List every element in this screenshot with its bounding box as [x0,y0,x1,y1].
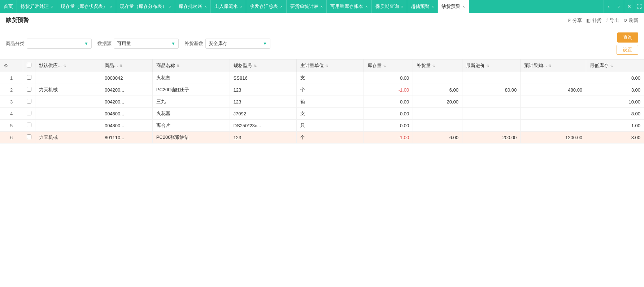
close-icon[interactable]: × [169,4,171,9]
share-icon: ⎘ [568,18,571,23]
nav-tab-available[interactable]: 可用量库存账本 × [327,0,371,13]
row-checkbox[interactable] [27,99,31,103]
share-button[interactable]: ⎘ 分享 [568,17,582,24]
cell-spec: DS250*23c... [230,120,296,132]
nav-tab-stock-dist[interactable]: 现存量（库存分布表） × [116,0,175,13]
query-button[interactable]: 查询 [617,32,638,43]
sort-icon[interactable]: ⇅ [254,64,257,68]
close-icon[interactable]: × [240,4,242,9]
nav-tab-inout[interactable]: 出入库流水 × [211,0,246,13]
nav-fullscreen-button[interactable]: ⛶ [634,0,644,13]
data-table: ⚙ 默认供应... ⇅ 商品... ⇅ [0,59,644,144]
nav-next-button[interactable]: › [614,0,624,13]
datasource-select-value: 可用量 [117,40,170,47]
row-checkbox[interactable] [27,111,31,115]
cell-code: 004200... [101,96,152,108]
cell-supplier [35,72,101,84]
export-button[interactable]: ⤴ 导出 [606,17,619,24]
nav-tab-order-stat[interactable]: 要货单统计表 × [287,0,327,13]
col-checkbox[interactable] [23,59,35,72]
cell-est-purchase [521,72,586,84]
close-icon[interactable]: × [432,4,434,9]
chevron-down-icon: ▼ [84,41,88,46]
table-header-row: ⚙ 默认供应... ⇅ 商品... ⇅ [0,59,644,72]
nav-close-button[interactable]: ✕ [624,0,634,13]
close-icon[interactable]: × [462,4,465,9]
settings-button[interactable]: 设置 [617,45,638,55]
page-title: 缺货预警 [6,17,568,24]
sort-icon[interactable]: ⇅ [383,64,386,68]
row-checkbox-cell[interactable] [23,132,35,144]
close-icon[interactable]: × [280,4,282,9]
export-icon: ⤴ [606,18,608,23]
row-checkbox-cell[interactable] [23,72,35,84]
sort-icon[interactable]: ⇅ [486,64,489,68]
nav-tab-shortage[interactable]: 缺货预警 × [438,0,469,13]
col-replenish: 补货量 ⇅ [413,59,462,72]
col-supplier: 默认供应... ⇅ [35,59,101,72]
replenish-base-select[interactable]: 安全库存 ▼ [205,39,270,49]
nav-tab-expiry[interactable]: 保质期查询 × [372,0,407,13]
cell-name: 火花塞 [152,72,230,84]
col-stock: 库存量 ⇅ [364,59,413,72]
cell-replenish: 20.00 [413,96,462,108]
close-icon[interactable]: × [204,4,206,9]
close-icon[interactable]: × [401,4,403,9]
gear-icon[interactable]: ⚙ [4,63,8,69]
row-checkbox[interactable] [27,75,31,80]
category-select[interactable]: ▼ [27,39,92,49]
cell-stock: 0.00 [364,120,413,132]
sort-icon[interactable]: ⇅ [119,64,122,68]
cell-latest-price: 200.00 [462,132,520,144]
sort-icon[interactable]: ⇅ [177,64,179,68]
row-checkbox[interactable] [27,123,31,127]
row-checkbox-cell[interactable] [23,120,35,132]
nav-tab-batch[interactable]: 库存批次账 × [175,0,210,13]
chevron-down-icon: ▼ [171,41,175,46]
sort-icon[interactable]: ⇅ [548,64,551,68]
table-row: 1 0000042 火花塞 SS816 支 0.00 8.00 [0,72,644,84]
cell-unit: 只 [296,120,364,132]
sort-icon[interactable]: ⇅ [63,64,66,68]
cell-latest-price [462,72,520,84]
row-checkbox-cell[interactable] [23,108,35,120]
row-checkbox-cell[interactable] [23,84,35,96]
cell-unit: 个 [296,84,364,96]
table-body: 1 0000042 火花塞 SS816 支 0.00 8.00 2 力天机械 0… [0,72,644,144]
cell-min-stock: 10.00 [586,96,644,108]
cell-stock: -1.00 [364,84,413,96]
nav-tab-picking[interactable]: 拣货异常处理 × [17,0,57,13]
col-spec: 规格型号 ⇅ [230,59,296,72]
nav-tab-home[interactable]: 首页 [0,0,17,13]
cell-stock: 0.00 [364,108,413,120]
replenish-icon: ◧ [586,18,591,23]
close-icon[interactable]: × [321,4,323,9]
col-gear[interactable]: ⚙ [0,59,23,72]
row-checkbox[interactable] [27,134,31,139]
sort-icon[interactable]: ⇅ [432,64,435,68]
close-icon[interactable]: × [110,4,112,9]
row-checkbox-cell[interactable] [23,96,35,108]
cell-name: PC200张紧油缸 [152,132,230,144]
cell-min-stock: 3.00 [586,132,644,144]
nav-tab-overstock[interactable]: 超储预警 × [407,0,438,13]
datasource-select[interactable]: 可用量 ▼ [114,39,179,49]
close-icon[interactable]: × [51,4,53,9]
cell-code: 801110... [101,132,152,144]
cell-min-stock: 8.00 [586,108,644,120]
cell-name: 火花塞 [152,108,230,120]
cell-latest-price [462,108,520,120]
select-all-checkbox[interactable] [27,63,31,67]
sort-icon[interactable]: ⇅ [610,64,613,68]
nav-tab-summary[interactable]: 收发存汇总表 × [246,0,286,13]
nav-tab-stock-status[interactable]: 现存量（库存状况表） × [57,0,116,13]
cell-spec: 123 [230,96,296,108]
nav-prev-button[interactable]: ‹ [604,0,614,13]
close-icon[interactable]: × [365,4,367,9]
sort-icon[interactable]: ⇅ [325,64,328,68]
replenish-button[interactable]: ◧ 补货 [586,17,601,24]
refresh-button[interactable]: ↺ 刷新 [623,17,638,24]
category-label: 商品分类 [6,40,25,47]
cell-supplier [35,108,101,120]
row-checkbox[interactable] [27,87,31,92]
